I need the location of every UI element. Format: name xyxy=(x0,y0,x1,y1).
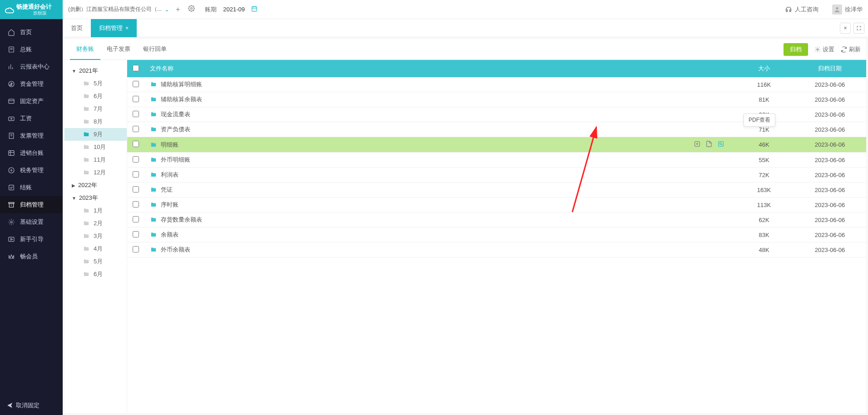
file-date: 2023-06-06 xyxy=(794,212,866,227)
tree-month-12月[interactable]: 12月 xyxy=(64,166,127,179)
row-checkbox[interactable] xyxy=(133,201,139,208)
nav-item-chart[interactable]: 云报表中心 xyxy=(0,58,63,75)
folder-icon xyxy=(83,144,90,150)
gear-icon[interactable] xyxy=(186,5,197,14)
tree-year-2021年[interactable]: ▼2021年 xyxy=(64,64,127,77)
folder-icon xyxy=(83,131,90,138)
svg-rect-23 xyxy=(9,237,14,241)
fullscreen-button[interactable] xyxy=(853,23,864,34)
tree-month-6月[interactable]: 6月 xyxy=(64,90,127,103)
month-label: 6月 xyxy=(94,92,103,100)
table-row[interactable]: 辅助核算余额表 81K 2023-06-06 xyxy=(127,92,866,107)
file-size: 46K xyxy=(734,137,794,153)
subtab-财务账[interactable]: 财务账 xyxy=(70,39,100,60)
tab-首页[interactable]: 首页 xyxy=(63,19,91,37)
row-checkbox[interactable] xyxy=(133,156,139,163)
table-row[interactable]: 利润表 72K 2023-06-06 xyxy=(127,168,866,183)
company-selector[interactable]: (勿删）江西服宝精品有限责任公司（... ⌄ xyxy=(68,5,169,13)
bag-icon xyxy=(7,80,15,88)
nav-label: 进销台账 xyxy=(20,149,44,157)
tab-label: 首页 xyxy=(71,24,83,32)
nav-item-asset[interactable]: 固定资产 xyxy=(0,93,63,110)
month-label: 5月 xyxy=(94,79,103,88)
tree-month-7月[interactable]: 7月 xyxy=(64,103,127,115)
preview-icon[interactable] xyxy=(717,140,724,149)
tree-year-2022年[interactable]: ▶2022年 xyxy=(64,179,127,192)
row-checkbox[interactable] xyxy=(133,231,139,237)
table-row[interactable]: 存货数量余额表 62K 2023-06-06 xyxy=(127,212,866,227)
tree-month-11月[interactable]: 11月 xyxy=(64,153,127,166)
nav-item-vip[interactable]: 畅会员 xyxy=(0,248,63,265)
table-row[interactable]: 余额表 83K 2023-06-06 xyxy=(127,227,866,242)
nav-item-close[interactable]: 结账 xyxy=(0,179,63,196)
file-size: 62K xyxy=(734,212,794,227)
select-all-checkbox[interactable] xyxy=(133,65,139,71)
row-checkbox[interactable] xyxy=(133,111,139,117)
caret-down-icon: ▼ xyxy=(72,69,76,74)
archive-button[interactable]: 归档 xyxy=(784,43,808,56)
tree-month-4月[interactable]: 4月 xyxy=(64,242,127,255)
file-date: 2023-06-06 xyxy=(794,242,866,257)
tree-month-6月[interactable]: 6月 xyxy=(64,268,127,281)
svg-rect-9 xyxy=(9,117,14,121)
subtab-电子发票[interactable]: 电子发票 xyxy=(100,39,137,60)
tab-归档管理[interactable]: 归档管理× xyxy=(91,19,137,37)
settings-label: 设置 xyxy=(823,45,834,54)
user-menu[interactable]: 徐泽华 xyxy=(832,5,863,15)
file-size: 48K xyxy=(734,242,794,257)
pdf-icon[interactable] xyxy=(705,140,713,149)
tree-year-2023年[interactable]: ▼2023年 xyxy=(64,192,127,204)
consult-button[interactable]: 人工咨询 xyxy=(785,5,818,14)
calendar-icon[interactable] xyxy=(249,5,259,14)
nav-item-settings[interactable]: 基础设置 xyxy=(0,213,63,231)
tree-month-10月[interactable]: 10月 xyxy=(64,141,127,153)
tree-month-5月[interactable]: 5月 xyxy=(64,255,127,268)
folder-icon xyxy=(83,220,90,227)
nav-item-salary[interactable]: 工资 xyxy=(0,110,63,127)
plus-icon[interactable]: + xyxy=(174,5,182,14)
nav-item-home[interactable]: 首页 xyxy=(0,24,63,41)
row-checkbox[interactable] xyxy=(133,171,139,178)
chevron-down-icon: ⌄ xyxy=(164,6,169,13)
nav-item-bag[interactable]: 资金管理 xyxy=(0,75,63,93)
row-checkbox[interactable] xyxy=(133,216,139,222)
row-checkbox[interactable] xyxy=(133,186,139,193)
top-bar: (勿删）江西服宝精品有限责任公司（... ⌄ + 账期 2021-09 人工咨询 xyxy=(63,0,868,19)
table-row[interactable]: 明细账 46K 2023-06-06 xyxy=(127,137,866,153)
row-checkbox[interactable] xyxy=(133,141,139,147)
tab-close-button[interactable]: × xyxy=(840,23,851,34)
settings-link[interactable]: 设置 xyxy=(814,45,834,54)
nav-item-ledger[interactable]: 总账 xyxy=(0,41,63,58)
nav-item-guide[interactable]: 新手引导 xyxy=(0,231,63,248)
row-checkbox[interactable] xyxy=(133,126,139,132)
nav-item-invoice[interactable]: 发票管理 xyxy=(0,127,63,144)
invoice-icon xyxy=(7,132,15,140)
table-row[interactable]: 序时账 113K 2023-06-06 xyxy=(127,198,866,212)
tree-month-5月[interactable]: 5月 xyxy=(64,77,127,90)
table-row[interactable]: 外币余额表 48K 2023-06-06 xyxy=(127,242,866,257)
tree-month-1月[interactable]: 1月 xyxy=(64,204,127,217)
nav-item-archive[interactable]: 归档管理 xyxy=(0,196,63,213)
nav-item-inout[interactable]: 进销台账 xyxy=(0,144,63,162)
sub-tabs: 财务账电子发票银行回单 归档 设置 刷新 xyxy=(64,39,866,60)
cloud-icon xyxy=(5,5,15,15)
tree-month-3月[interactable]: 3月 xyxy=(64,230,127,242)
table-row[interactable]: 辅助核算明细账 116K 2023-06-06 xyxy=(127,77,866,92)
refresh-link[interactable]: 刷新 xyxy=(841,45,861,54)
tree-month-8月[interactable]: 8月 xyxy=(64,115,127,128)
tree-month-9月[interactable]: 9月 xyxy=(64,128,127,141)
row-checkbox[interactable] xyxy=(133,246,139,252)
table-row[interactable]: 外币明细账 55K 2023-06-06 xyxy=(127,153,866,168)
table-row[interactable]: 凭证 163K 2023-06-06 xyxy=(127,183,866,198)
close-icon[interactable]: × xyxy=(125,25,129,31)
row-checkbox[interactable] xyxy=(133,96,139,102)
subtab-银行回单[interactable]: 银行回单 xyxy=(137,39,173,60)
download-icon[interactable] xyxy=(694,140,701,149)
row-checkbox[interactable] xyxy=(133,81,139,87)
tree-month-2月[interactable]: 2月 xyxy=(64,217,127,230)
nav-label: 总账 xyxy=(20,45,32,54)
folder-icon xyxy=(83,157,90,163)
user-name: 徐泽华 xyxy=(845,5,863,14)
unpin-button[interactable]: ⮜ 取消固定 xyxy=(0,396,63,415)
nav-item-tax[interactable]: 税务管理 xyxy=(0,162,63,179)
